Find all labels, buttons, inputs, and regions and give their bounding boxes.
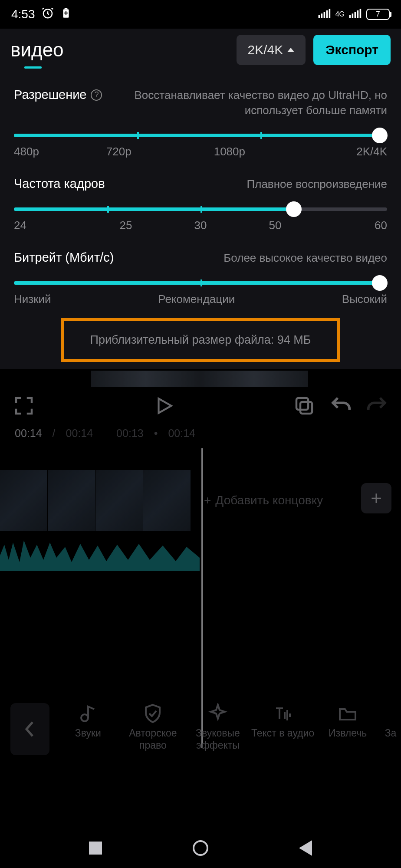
- plus-icon: +: [204, 493, 211, 507]
- preview-thumbnail: [91, 371, 308, 387]
- bitrate-ticks: Низкий Рекомендации Высокий: [14, 293, 387, 306]
- add-ending-button[interactable]: + Добавить концовку: [204, 493, 323, 507]
- timecodes: 00:14/00:14 00:13 • 00:14: [0, 424, 401, 448]
- svg-rect-3: [318, 15, 320, 18]
- network-4g-label: 4G: [335, 10, 345, 18]
- resolution-dropdown[interactable]: 2K/4K: [237, 35, 306, 65]
- svg-rect-13: [300, 402, 312, 414]
- nav-recent-icon[interactable]: [89, 842, 102, 855]
- svg-rect-12: [360, 9, 362, 18]
- copy-icon[interactable]: [293, 394, 316, 418]
- svg-rect-10: [355, 12, 356, 18]
- sparkle-icon: [207, 703, 228, 724]
- svg-point-15: [81, 714, 88, 721]
- resolution-label: Разрешение: [14, 88, 86, 102]
- svg-rect-8: [349, 15, 351, 18]
- clip-thumbnail[interactable]: [143, 470, 191, 531]
- signal-icon: [318, 7, 331, 21]
- resolution-section: Разрешение ? Восстанавливает качество ви…: [0, 76, 401, 164]
- svg-rect-7: [329, 9, 330, 18]
- tool-copyright[interactable]: Авторское право: [121, 703, 186, 751]
- svg-rect-2: [64, 8, 67, 9]
- svg-rect-11: [357, 10, 359, 18]
- more-icon: [380, 703, 401, 724]
- clip-thumbnail[interactable]: [48, 470, 95, 531]
- tool-sounds[interactable]: Звуки: [56, 703, 121, 740]
- tab-video[interactable]: видео: [10, 39, 64, 61]
- caret-up-icon: [287, 48, 294, 52]
- tool-sound-effects[interactable]: Звуковые эффекты: [185, 703, 250, 751]
- add-clip-button[interactable]: +: [361, 483, 391, 513]
- resolution-dropdown-label: 2K/4K: [248, 43, 283, 57]
- android-navbar: [0, 828, 401, 868]
- svg-rect-6: [326, 10, 328, 18]
- video-editor: 00:14/00:14 00:13 • 00:14 + Добавить кон…: [0, 369, 401, 803]
- framerate-ticks: 24 25 30 50 60: [14, 219, 387, 232]
- undo-icon[interactable]: [329, 394, 352, 418]
- framerate-label: Частота кадров: [14, 177, 105, 191]
- audio-waveform[interactable]: [0, 536, 200, 571]
- help-icon[interactable]: ?: [91, 89, 102, 101]
- nav-home-icon[interactable]: [193, 840, 208, 856]
- bitrate-desc: Более высокое качество видео: [224, 250, 387, 266]
- svg-rect-5: [323, 12, 325, 18]
- clip-thumbnail[interactable]: [95, 470, 143, 531]
- resolution-ticks: 480p 720p 1080p 2K/4K: [14, 145, 387, 158]
- folder-icon: [337, 703, 358, 724]
- status-bar: 4:53 4G 7: [0, 0, 401, 29]
- tool-extract[interactable]: Извлечь: [315, 703, 380, 740]
- estimated-file-size: Приблизительный размер файла: 94 МБ: [61, 318, 340, 362]
- framerate-slider[interactable]: [14, 207, 387, 211]
- fullscreen-icon[interactable]: [12, 394, 36, 418]
- bitrate-section: Битрейт (Мбит/с) Более высокое качество …: [0, 238, 401, 312]
- play-icon[interactable]: [153, 394, 175, 418]
- bottom-toolbar: Звуки Авторское право Звуковые эффекты Т…: [0, 697, 401, 761]
- framerate-desc: Плавное воспроизведение: [247, 177, 387, 192]
- battery-icon: 7: [366, 9, 390, 20]
- signal2-icon: [349, 7, 362, 21]
- svg-rect-9: [352, 13, 354, 18]
- add-ending-label: Добавить концовку: [215, 493, 323, 507]
- svg-rect-4: [321, 13, 322, 18]
- status-time: 4:53: [11, 7, 35, 21]
- alarm-icon: [41, 7, 54, 23]
- svg-rect-14: [296, 398, 308, 410]
- battery-plus-icon: [60, 7, 72, 23]
- bitrate-slider[interactable]: [14, 281, 387, 285]
- redo-icon[interactable]: [365, 394, 389, 418]
- music-note-icon: [78, 703, 99, 724]
- resolution-slider[interactable]: [14, 134, 387, 137]
- bitrate-label: Битрейт (Мбит/с): [14, 250, 114, 265]
- shield-check-icon: [142, 703, 163, 724]
- text-audio-icon: [273, 703, 293, 724]
- toolbar-back-button[interactable]: [10, 703, 49, 755]
- tool-text-to-audio[interactable]: Текст в аудио: [250, 703, 316, 740]
- framerate-section: Частота кадров Плавное воспроизведение 2…: [0, 164, 401, 238]
- timeline[interactable]: + Добавить концовку +: [0, 470, 401, 583]
- nav-back-icon[interactable]: [299, 840, 312, 856]
- export-button[interactable]: Экспорт: [313, 35, 391, 65]
- resolution-desc: Восстанавливает качество видео до UltraH…: [114, 88, 387, 118]
- export-panel: видео 2K/4K Экспорт Разрешение ? Восстан…: [0, 29, 401, 369]
- tool-more[interactable]: За: [380, 703, 401, 740]
- clip-thumbnail[interactable]: [0, 470, 48, 531]
